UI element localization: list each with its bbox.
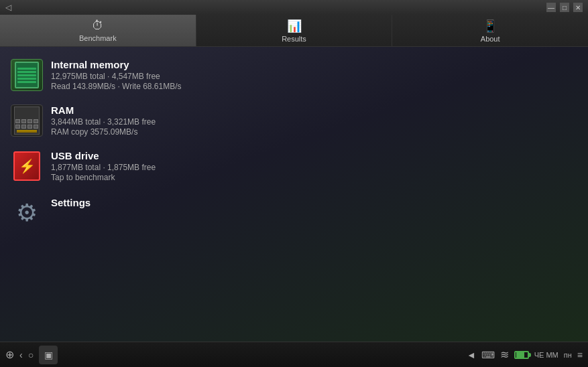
vol-down-button[interactable]: ◄ (467, 350, 476, 360)
main-content: Internal memory 12,975MB total · 4,547MB… (0, 47, 588, 342)
battery-icon (514, 351, 529, 359)
usb-drive-icon: ⚡ (11, 150, 43, 182)
internal-memory-icon (11, 59, 43, 91)
recent-apps-button[interactable]: ▣ (39, 346, 58, 364)
usb-drive-detail: Tap to benchmark (51, 173, 577, 182)
minimize-button[interactable]: — (546, 3, 556, 12)
tab-benchmark[interactable]: ⏱ Benchmark (0, 15, 196, 46)
internal-memory-title: Internal memory (51, 59, 577, 70)
title-bar-left: ◁ (5, 3, 11, 12)
close-button[interactable]: ✕ (573, 3, 583, 12)
usb-drive-subtitle: 1,877MB total · 1,875MB free (51, 163, 577, 172)
ram-text: RAM 3,844MB total · 3,321MB free RAM cop… (51, 104, 577, 137)
title-bar: ◁ — □ ✕ (0, 0, 588, 15)
tab-about[interactable]: 📱 About (392, 15, 588, 46)
list-item-ram[interactable]: RAM 3,844MB total · 3,321MB free RAM cop… (0, 98, 588, 143)
android-icon[interactable]: ⊕ (5, 348, 14, 361)
settings-icon: ⚙ (11, 197, 43, 229)
benchmark-icon: ⏱ (92, 19, 104, 33)
tab-about-label: About (481, 35, 500, 43)
ram-subtitle: 3,844MB total · 3,321MB free (51, 117, 577, 127)
ram-detail: RAM copy 3575.09MB/s (51, 127, 577, 137)
list-item-internal-memory[interactable]: Internal memory 12,975MB total · 4,547MB… (0, 52, 588, 98)
taskbar: ⊕ ‹ ○ ▣ ◄ ⌨ ≋ ЧЕ ММ пн ≡ (0, 342, 588, 367)
settings-text: Settings (51, 197, 577, 210)
window-controls: — □ ✕ (546, 3, 583, 12)
keyboard-button[interactable]: ⌨ (481, 350, 495, 360)
battery-text: ЧЕ ММ (534, 351, 558, 359)
maximize-button[interactable]: □ (560, 3, 569, 12)
gear-icon: ⚙ (12, 198, 42, 228)
home-button[interactable]: ○ (28, 350, 34, 360)
ram-title: RAM (51, 104, 577, 116)
tab-results-label: Results (282, 35, 306, 43)
wifi-icon: ≋ (500, 348, 509, 361)
settings-title: Settings (51, 197, 577, 208)
tab-results[interactable]: 📊 Results (196, 15, 393, 46)
internal-memory-subtitle: 12,975MB total · 4,547MB free (51, 72, 577, 81)
results-icon: 📊 (287, 19, 302, 33)
back-icon[interactable]: ◁ (5, 3, 11, 12)
taskbar-right: ◄ ⌨ ≋ ЧЕ ММ пн ≡ (467, 348, 583, 361)
back-button[interactable]: ‹ (19, 350, 23, 360)
menu-button[interactable]: ≡ (577, 350, 583, 360)
tab-bar: ⏱ Benchmark 📊 Results 📱 About (0, 15, 588, 47)
about-icon: 📱 (483, 19, 497, 33)
list-item-settings[interactable]: ⚙ Settings (0, 189, 588, 237)
tab-benchmark-label: Benchmark (79, 34, 117, 42)
battery-text2: пн (564, 351, 572, 359)
internal-memory-detail: Read 143.89MB/s · Write 68.61MB/s (51, 82, 577, 91)
ram-icon (11, 104, 43, 137)
internal-memory-text: Internal memory 12,975MB total · 4,547MB… (51, 59, 577, 91)
list-item-usb-drive[interactable]: ⚡ USB drive 1,877MB total · 1,875MB free… (0, 143, 588, 189)
taskbar-left: ⊕ ‹ ○ ▣ (5, 346, 58, 364)
usb-drive-text: USB drive 1,877MB total · 1,875MB free T… (51, 150, 577, 182)
usb-symbol: ⚡ (19, 158, 36, 174)
usb-drive-title: USB drive (51, 150, 577, 161)
